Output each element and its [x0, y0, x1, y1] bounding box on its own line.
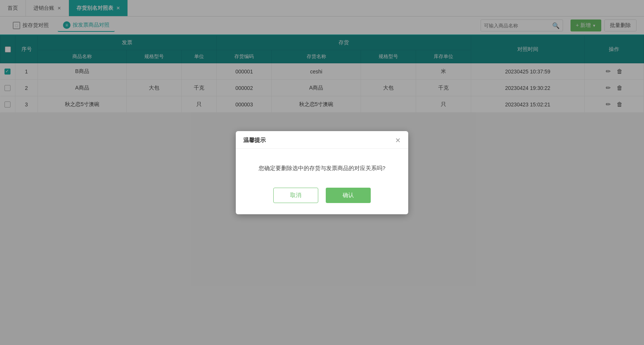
modal-overlay: 温馨提示 ✕ 您确定要删除选中的存货与发票商品的对应关系吗? 取消 确认 [0, 0, 644, 113]
